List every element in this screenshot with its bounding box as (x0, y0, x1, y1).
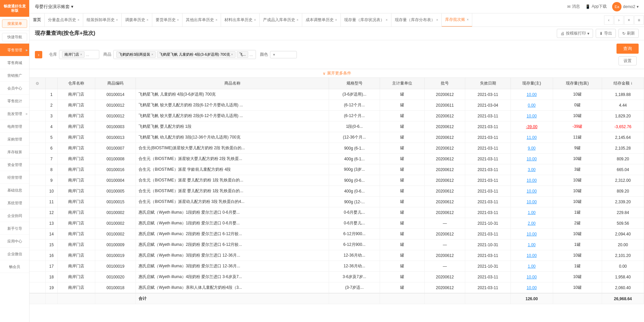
sidebar-item-5[interactable]: 批发管理▶ (0, 107, 29, 120)
warehouse-input[interactable]: 南岸门店 × ... (59, 50, 99, 59)
tab-close-10[interactable]: × (436, 18, 438, 22)
sidebar-item-8[interactable]: 库存核算 (0, 146, 29, 158)
td-stock-main-17[interactable]: 10.00 (511, 272, 553, 282)
sidebar-item-1[interactable]: 零售商城 (0, 56, 29, 69)
export-button[interactable]: ⬇ 导出 (596, 29, 616, 38)
tab-item-8[interactable]: 成本调整单历史× (302, 13, 341, 27)
breadcrumb-select[interactable]: 母婴行业演示账套 ▾ (35, 4, 73, 10)
filter-expand-arrow[interactable]: › (35, 51, 42, 58)
table-row: 19 南岸门店 00100018 惠氏启赋（Wyeth illuma）亲和人体儿… (30, 282, 644, 293)
sidebar-item-label-14: 新手引导 (7, 226, 22, 231)
table-row: 5 南岸门店 00100013 飞鹤星飞帆 幼儿配方奶粉 3段(12-36个月幼… (30, 132, 644, 143)
tab-close-3[interactable]: × (147, 18, 149, 22)
sidebar-item-13[interactable]: 企业协同 (0, 209, 29, 222)
td-balance-3: -3,652.76 (602, 121, 644, 132)
td-select-3 (30, 121, 45, 132)
message-button[interactable]: ✉ 消息 (567, 4, 580, 9)
td-stock-main-2[interactable]: 10.00 (511, 111, 553, 121)
tabs-prev-button[interactable]: ‹ (604, 15, 613, 25)
sidebar-item-3[interactable]: 会员中心 (0, 82, 29, 95)
td-stock-main-15[interactable]: 10.00 (511, 250, 553, 261)
app-download-button[interactable]: 📱 App下载 (585, 4, 607, 9)
sidebar-item-15[interactable]: 应用中心 (0, 235, 29, 248)
query-button[interactable]: 查询 (616, 44, 639, 54)
product-label: 商品 (103, 52, 111, 57)
tab-item-3[interactable]: 调拨单历史× (122, 13, 152, 27)
product-tag-1-close[interactable]: × (151, 53, 153, 56)
tabs-menu-button[interactable]: ≡ (634, 15, 644, 25)
td-balance-7: 665.04 (602, 164, 644, 175)
search-menu-button[interactable]: 搜索菜单 (2, 19, 27, 28)
td-stock-main-3[interactable]: -39.00 (511, 121, 553, 132)
tab-close-2[interactable]: × (116, 18, 118, 22)
tab-item-11[interactable]: 库存批次账× (442, 13, 472, 27)
tab-item-2[interactable]: 组装拆卸单历史× (83, 13, 122, 27)
tab-item-9[interactable]: 现存量（库存状况表）× (341, 13, 391, 27)
tab-close-11[interactable]: × (467, 18, 469, 21)
td-stock-main-12[interactable]: 2.00 (511, 218, 553, 229)
filter-row: › 仓库 南岸门店 × ... 商品 (35, 44, 639, 65)
sidebar-item-11[interactable]: 基础信息 (0, 184, 29, 197)
td-stock-main-9[interactable]: 10.00 (511, 186, 553, 197)
td-name-16: 惠氏启赋（Wyeth illuma）3段奶粉 爱尔兰进口 12-36月... (136, 261, 329, 272)
settings-button[interactable]: 设置 (619, 56, 637, 65)
td-stock-main-4[interactable]: 11.00 (511, 132, 553, 143)
sidebar-item-2[interactable]: 营销推广 (0, 69, 29, 82)
sidebar-item-4[interactable]: 零售统计 (0, 95, 29, 107)
td-stock-main-18[interactable]: 10.00 (511, 282, 553, 293)
td-stock-main-13[interactable]: 10.00 (511, 229, 553, 239)
sidebar-item-9[interactable]: 资金管理 (0, 158, 29, 171)
tab-close-9[interactable]: × (386, 18, 388, 22)
tab-item-7[interactable]: 产成品入库单历史× (260, 13, 302, 27)
sidebar-item-label-0: 零售管理 (7, 48, 22, 53)
tabs-next-button[interactable]: › (614, 15, 624, 25)
sidebar-item-12[interactable]: 系统管理 (0, 197, 29, 209)
warehouse-tag-close[interactable]: × (80, 53, 82, 56)
td-stock-main-14[interactable]: 1.00 (511, 239, 553, 250)
color-dropdown-icon: ▾ (273, 52, 275, 57)
sidebar-item-6[interactable]: 电商管理 (0, 120, 29, 133)
user-menu[interactable]: Ea demo2 ▾ (612, 2, 639, 11)
refresh-button[interactable]: ↻ 刷新 (619, 29, 639, 38)
td-stock-main-5[interactable]: 9.00 (511, 143, 553, 154)
print-button[interactable]: 🖨 按模板打印 ▾ (557, 29, 593, 38)
tab-close-5[interactable]: × (215, 18, 217, 22)
tabs-close-button[interactable]: × (624, 15, 634, 25)
tab-close-8[interactable]: × (335, 18, 337, 22)
td-stock-main-10[interactable]: 10.00 (511, 197, 553, 207)
td-stock-pkg-1: 0罐 (553, 100, 602, 111)
td-stock-main-8[interactable]: 10.00 (511, 175, 553, 186)
tab-close-6[interactable]: × (254, 18, 256, 22)
product-more-btn[interactable]: ... (250, 52, 253, 57)
td-unit-14: 罐 (380, 239, 425, 250)
sidebar-item-7[interactable]: 采购管理 (0, 133, 29, 146)
tab-item-10[interactable]: 现存量（库存分布表）× (391, 13, 442, 27)
sidebar-item-0[interactable]: 零售管理▶ (0, 44, 29, 56)
sidebar-item-label-15: 应用中心 (7, 239, 22, 244)
warehouse-more[interactable]: ... (86, 52, 89, 57)
tab-close-4[interactable]: × (177, 18, 179, 22)
expand-conditions-button[interactable]: ∨ 展开更多条件 (323, 70, 351, 76)
sidebar-item-14[interactable]: 新手引导 (0, 222, 29, 235)
th-gear[interactable]: ⚙ (30, 78, 45, 89)
td-stock-main-11[interactable]: 1.00 (511, 207, 553, 218)
tab-item-6[interactable]: 材料出库单历史× (221, 13, 260, 27)
td-stock-main-16[interactable]: 1.00 (511, 261, 553, 272)
td-stock-main-0[interactable]: 10.00 (511, 89, 553, 100)
quick-nav-button[interactable]: 快捷导航 (2, 33, 27, 41)
sidebar-item-17[interactable]: 畅会员 (0, 260, 29, 273)
td-stock-main-1[interactable]: 0.00 (511, 100, 553, 111)
td-stock-main-7[interactable]: 3.00 (511, 164, 553, 175)
tab-item-1[interactable]: 分量盘点单历史× (45, 13, 83, 27)
tab-item-5[interactable]: 其他出库单历史× (182, 13, 221, 27)
td-stock-main-6[interactable]: 10.00 (511, 154, 553, 164)
sidebar-item-16[interactable]: 企业微信 (0, 248, 29, 260)
product-input[interactable]: 飞鹤奶粉3段两提装 × 飞鹤星飞帆 儿童奶粉 4段(3-6岁适用) 700克 ×… (113, 50, 256, 59)
color-input[interactable]: ▾ (270, 51, 297, 58)
tab-item-4[interactable]: 要货单历史× (152, 13, 183, 27)
tab-close-7[interactable]: × (297, 18, 299, 22)
sidebar-item-10[interactable]: 经营管理 (0, 171, 29, 184)
tab-close-1[interactable]: × (77, 18, 79, 22)
product-tag-2-close[interactable]: × (231, 53, 233, 56)
tab-item-0[interactable]: 首页 (30, 13, 45, 27)
